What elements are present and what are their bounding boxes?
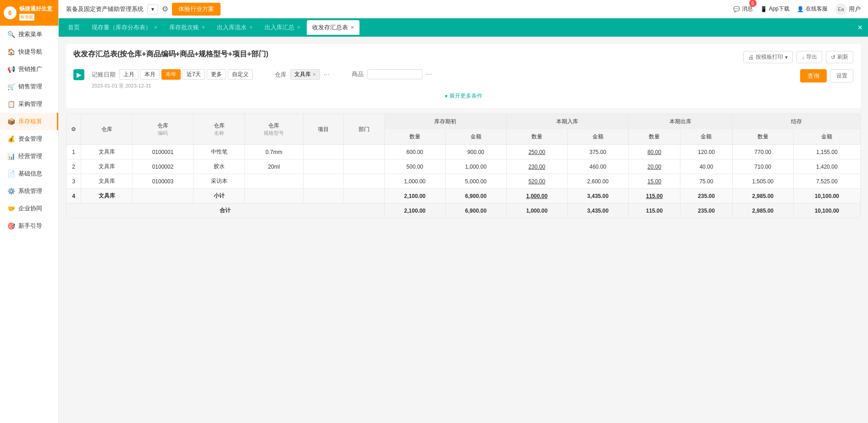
warehouse-tag-remove[interactable]: × [313, 71, 316, 78]
cell-in-qty[interactable]: 230.00 [506, 159, 567, 174]
export-btn[interactable]: ↓ 导出 [796, 51, 822, 63]
cell-index: 3 [66, 174, 81, 189]
tab-recv-summary-close[interactable]: × [351, 24, 354, 31]
cell-out-qty[interactable]: 80.00 [628, 145, 680, 159]
date-btn-last-month[interactable]: 上月 [119, 69, 138, 80]
th-project: 项目 [303, 114, 343, 145]
th-bal-qty: 数量 [732, 129, 793, 145]
cell-warehouse: 文具库 [81, 145, 133, 159]
cell-spec [245, 189, 304, 203]
sidebar-item-newbie-label: 新手引导 [18, 222, 42, 230]
cell-name: 采访本 [194, 174, 245, 189]
date-btn-this-year[interactable]: 本年 [161, 69, 181, 80]
cell-bal-amt: 10,100.00 [793, 189, 860, 203]
th-open-amt: 金额 [445, 129, 506, 145]
cell-bal-qty: 2,985.00 [732, 189, 793, 203]
date-btn-custom[interactable]: 自定义 [228, 69, 253, 80]
sidebar-item-marketing-label: 营销推广 [18, 65, 42, 73]
total-label: 合计 [66, 203, 385, 218]
print-btn[interactable]: 🖨 按模板打印 ▾ [743, 51, 793, 63]
trial-button[interactable]: 体验行业方案 [172, 3, 221, 16]
goods-more[interactable]: ··· [426, 70, 432, 78]
sidebar-item-marketing[interactable]: 📢 营销推广 [0, 60, 58, 78]
sidebar-item-search[interactable]: 🔍 搜索菜单 [0, 26, 58, 43]
sidebar-item-basic[interactable]: 📄 基础信息 [0, 165, 58, 182]
tab-batch-label: 库存批次账 [169, 23, 199, 32]
table-row: 2文具库0100002胶水20ml500.001,000.00230.00460… [66, 159, 861, 174]
table-settings-icon: ⚙ [71, 126, 76, 132]
total-row: 合计 2,100.00 6,900.00 1,000.00 3,435.00 1… [66, 203, 861, 218]
cell-spec: 20ml [245, 159, 304, 174]
total-open-qty: 2,100.00 [384, 203, 445, 218]
tab-recv-summary[interactable]: 收发存汇总表 × [307, 20, 359, 35]
mobile-icon: 📱 [760, 6, 767, 12]
cell-out-qty[interactable]: 15.00 [628, 174, 680, 189]
goods-filter-label: 商品 [352, 70, 364, 78]
th-out-group: 本期出库 [628, 114, 732, 130]
cell-open-qty: 600.00 [384, 145, 445, 159]
notification-item[interactable]: 💬 6 消息 [733, 5, 753, 13]
newbie-icon: 🎯 [7, 222, 15, 230]
date-btn-more[interactable]: 更多 [207, 69, 226, 80]
tab-batch[interactable]: 库存批次账 × [164, 20, 210, 35]
sidebar-item-purchase[interactable]: 📋 采购管理 [0, 95, 58, 113]
sidebar-item-basic-label: 基础信息 [18, 170, 42, 178]
service-item[interactable]: 👤 在线客服 [797, 5, 828, 13]
expand-more-btn[interactable]: ▾ 展开更多条件 [73, 89, 853, 103]
tab-stock-dist[interactable]: 现存量（库存分布表） × [86, 20, 163, 35]
warehouse-tag-text: 文具库 [294, 71, 311, 78]
gear-icon[interactable]: ⚙ [162, 5, 168, 13]
th-settings[interactable]: ⚙ [66, 114, 81, 145]
tab-home[interactable]: 首页 [62, 20, 85, 35]
cell-dept [344, 189, 384, 203]
sidebar-item-operations[interactable]: 📊 经营管理 [0, 148, 58, 165]
sidebar-item-quicknav[interactable]: 🏠 快捷导航 [0, 43, 58, 60]
cell-out-qty[interactable]: 20.00 [628, 159, 680, 174]
sidebar-item-enterprise[interactable]: 🤝 企业协同 [0, 200, 58, 217]
cell-in-qty[interactable]: 250.00 [506, 145, 567, 159]
tab-flow-close[interactable]: × [249, 24, 253, 31]
warehouse-more[interactable]: ··· [324, 71, 330, 79]
username: 用户 [849, 5, 861, 13]
cell-index: 2 [66, 159, 81, 174]
sidebar-item-sales[interactable]: 🛒 销售管理 [0, 78, 58, 95]
cell-code [133, 189, 194, 203]
app-label: App下载 [769, 5, 790, 13]
print-icon: 🖨 [748, 54, 754, 60]
sidebar-item-system[interactable]: ⚙️ 系统管理 [0, 182, 58, 200]
app-download-item[interactable]: 📱 App下载 [760, 5, 790, 13]
sidebar-item-finance[interactable]: 💰 资金管理 [0, 130, 58, 148]
cell-code: 0100002 [133, 159, 194, 174]
table-row: 3文具库0100003采访本1,000.005,000.00520.002,60… [66, 174, 861, 189]
system-dropdown[interactable]: ▾ [147, 4, 158, 14]
tab-summary[interactable]: 出入库汇总 × [259, 20, 306, 35]
cell-index: 1 [66, 145, 81, 159]
sidebar-item-inventory[interactable]: 📦 库存核算 [0, 113, 58, 130]
cell-dept [344, 174, 384, 189]
user-item[interactable]: Ea 用户 [835, 3, 861, 15]
page-header: 收发存汇总表(按仓库+商品编码+商品+规格型号+项目+部门) 🖨 按模板打印 ▾… [66, 44, 861, 108]
tab-flow[interactable]: 出入库流水 × [211, 20, 258, 35]
operations-icon: 📊 [7, 153, 15, 160]
th-warehouse: 仓库 [81, 114, 133, 145]
tab-stock-dist-close[interactable]: × [154, 24, 157, 31]
cell-in-qty[interactable]: 520.00 [506, 174, 567, 189]
filter-toggle[interactable]: ▶ [73, 69, 84, 80]
settings-button[interactable]: 设置 [830, 69, 853, 82]
date-btn-this-month[interactable]: 本月 [140, 69, 160, 80]
refresh-btn[interactable]: ↺ 刷新 [826, 51, 853, 63]
goods-filter-input[interactable] [367, 69, 422, 79]
cell-in-qty: 1,000.00 [506, 189, 567, 203]
tab-summary-close[interactable]: × [297, 24, 300, 31]
tabbar-close-all[interactable]: × [856, 23, 864, 33]
query-button[interactable]: 查询 [800, 69, 827, 82]
sidebar-logo: 6 畅捷通好生意 标准版 [0, 0, 58, 26]
cell-code: 0100001 [133, 145, 194, 159]
cell-open-qty: 500.00 [384, 159, 445, 174]
sidebar-item-newbie[interactable]: 🎯 新手引导 [0, 217, 58, 235]
sidebar-item-system-label: 系统管理 [18, 187, 42, 195]
total-out-amt: 235.00 [680, 203, 732, 218]
date-btn-7days[interactable]: 近7天 [182, 69, 205, 80]
tab-batch-close[interactable]: × [202, 24, 205, 31]
page-title: 收发存汇总表(按仓库+商品编码+商品+规格型号+项目+部门) [73, 49, 268, 59]
